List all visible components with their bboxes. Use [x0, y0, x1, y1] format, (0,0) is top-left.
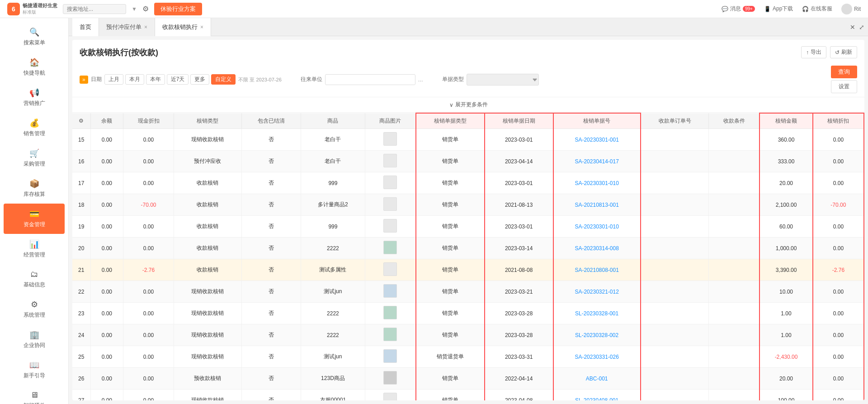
- cell-goods: 老白干: [301, 151, 365, 172]
- bill-no-link[interactable]: SA-20230314-008: [575, 245, 618, 252]
- sidebar-item-search[interactable]: 🔍搜索菜单: [0, 22, 68, 52]
- cell-goods-image: [365, 129, 415, 151]
- tab-prepay[interactable]: 预付冲应付单 ×: [99, 18, 155, 36]
- goods-image: [383, 219, 397, 233]
- cell-balance: 0.00: [90, 281, 123, 303]
- goods-image: [383, 262, 397, 276]
- sidebar-item-marketing[interactable]: 📢营销推广: [0, 82, 68, 113]
- sidebar-item-inventory[interactable]: 📦库存核算: [0, 173, 68, 204]
- th-write-off-discount: 核销折扣: [813, 113, 864, 129]
- bill-no-link[interactable]: SL-20230328-002: [575, 332, 618, 338]
- cell-cash-discount: 0.00: [123, 303, 174, 324]
- tab-collect[interactable]: 收款核销执行 ×: [155, 18, 211, 36]
- app-download-btn[interactable]: 📱 App下载: [764, 5, 793, 13]
- settings-icon[interactable]: ⚙: [142, 5, 149, 13]
- industry-btn[interactable]: 休验行业方案: [154, 3, 202, 15]
- table-row: 26 0.00 0.00 预收款核销 否 123D商品 销货单 2022-04-…: [72, 368, 864, 390]
- tab-prepay-close[interactable]: ×: [144, 24, 147, 30]
- cell-goods: 999: [301, 172, 365, 194]
- cell-write-off-bill-type: 销货单: [416, 390, 485, 401]
- expand-btn[interactable]: ∨ 展开更多条件: [72, 99, 864, 110]
- sidebar-label-base: 基础信息: [24, 281, 45, 289]
- export-btn[interactable]: ↑ 导出: [801, 46, 826, 58]
- user-btn[interactable]: Rit: [841, 4, 861, 14]
- filter-toggle-btn[interactable]: »: [80, 76, 88, 84]
- close-all-icon[interactable]: ✕: [850, 24, 855, 31]
- cell-write-off-discount: 0.00: [813, 281, 864, 303]
- bill-no-link[interactable]: SA-20230414-017: [575, 158, 618, 165]
- date-last-month[interactable]: 上月: [104, 74, 123, 85]
- user-name: Rit: [854, 6, 861, 12]
- cell-balance: 0.00: [90, 259, 123, 281]
- filter-settings-btn[interactable]: 设置: [831, 80, 857, 93]
- expand-icon[interactable]: ⤢: [859, 24, 864, 31]
- bill-no-link[interactable]: SA-20210813-001: [575, 202, 618, 208]
- date-this-month[interactable]: 本月: [125, 74, 144, 85]
- cell-write-off-bill-no: SL-20230408-001: [553, 390, 641, 401]
- cell-include-settled: 否: [242, 194, 301, 216]
- from-unit-input[interactable]: [325, 74, 415, 85]
- sidebar-item-system[interactable]: ⚙系统管理: [0, 294, 68, 324]
- operations-icon: 📊: [29, 239, 39, 249]
- cell-write-off-bill-no: SA-20230414-017: [553, 151, 641, 172]
- cell-write-off-bill-date: 2022-04-14: [485, 368, 553, 390]
- date-more[interactable]: 更多: [190, 74, 209, 85]
- date-7days[interactable]: 近7天: [167, 74, 189, 85]
- query-btn[interactable]: 查询: [831, 66, 857, 78]
- date-this-year[interactable]: 本年: [146, 74, 165, 85]
- refresh-btn[interactable]: ↺ 刷新: [830, 46, 857, 58]
- tab-home[interactable]: 首页: [72, 18, 99, 36]
- cell-receipt-condition: [709, 172, 760, 194]
- bill-no-link[interactable]: SA-20230301-010: [575, 180, 618, 186]
- bill-no-link[interactable]: SA-20230331-026: [575, 354, 618, 360]
- sidebar-item-purchase[interactable]: 🛒采购管理: [0, 143, 68, 173]
- cell-write-off-bill-date: 2023-03-21: [485, 281, 553, 303]
- purchase-icon: 🛒: [29, 148, 39, 158]
- date-custom[interactable]: 自定义: [211, 74, 236, 85]
- cell-type: 现销收款核销: [174, 281, 241, 303]
- cell-goods: 123D商品: [301, 368, 365, 390]
- table-row: 19 0.00 0.00 收款核销 否 999 销货单 2023-03-01 S…: [72, 216, 864, 238]
- table-row: 27 0.00 0.00 现销收款核销 否 衣服00001 销货单 2023-0…: [72, 390, 864, 401]
- sidebar-item-finance[interactable]: 💳资金管理: [4, 204, 65, 234]
- cell-write-off-discount: 0.00: [813, 129, 864, 151]
- cell-include-settled: 否: [242, 390, 301, 401]
- search-input[interactable]: [63, 4, 126, 14]
- cell-cash-discount: 0.00: [123, 238, 174, 259]
- sidebar-item-corp[interactable]: 🏢企业协同: [0, 324, 68, 355]
- cell-write-off-bill-no: SA-20230314-008: [553, 238, 641, 259]
- cell-balance: 0.00: [90, 346, 123, 368]
- goods-image: [383, 132, 397, 146]
- bill-no-link[interactable]: ABC-001: [586, 375, 608, 382]
- bill-no-link[interactable]: SL-20230328-001: [575, 310, 618, 317]
- notice-btn[interactable]: 💬 消息 99+: [722, 5, 755, 13]
- cell-write-off-bill-type: 销货单: [416, 324, 485, 346]
- tab-actions: ✕ ⤢: [850, 24, 864, 31]
- th-settings[interactable]: ⚙: [72, 113, 90, 129]
- bill-no-link[interactable]: SL-20230408-001: [575, 397, 618, 401]
- cell-receipt-condition: [709, 194, 760, 216]
- bill-no-link[interactable]: SA-20230301-010: [575, 223, 618, 230]
- receipt-type-select[interactable]: [467, 74, 539, 86]
- cell-write-off-bill-no: SL-20230328-002: [553, 324, 641, 346]
- goods-image: [383, 241, 397, 254]
- sidebar-item-hardware[interactable]: 🖥智能硬件: [0, 385, 68, 404]
- bill-no-link[interactable]: SA-20230301-001: [575, 137, 618, 143]
- cell-receipt-order-no: [641, 390, 709, 401]
- bill-no-link[interactable]: SA-20210808-001: [575, 267, 618, 273]
- table-container[interactable]: ⚙ 余额 现金折扣 核销类型 包含已结清 商品 商品图片 核销单据类型 核销单据…: [72, 113, 864, 400]
- tab-collect-close[interactable]: ×: [200, 24, 203, 30]
- tab-prepay-label: 预付冲应付单: [106, 23, 142, 31]
- sidebar-item-base[interactable]: 🗂基础信息: [0, 264, 68, 294]
- cell-receipt-condition: [709, 129, 760, 151]
- refresh-icon: ↺: [835, 49, 840, 56]
- sidebar-item-sales[interactable]: 💰销售管理: [0, 113, 68, 143]
- sidebar-item-operations[interactable]: 📊经营管理: [0, 234, 68, 264]
- page-header: 收款核销执行(按收款) ↑ 导出 ↺ 刷新: [72, 40, 864, 62]
- bill-no-link[interactable]: SA-20230321-012: [575, 289, 618, 295]
- sidebar-item-guide[interactable]: 📖新手引导: [0, 355, 68, 385]
- cell-row-num: 18: [72, 194, 90, 216]
- settings-table-icon: ⚙: [79, 118, 84, 124]
- sidebar-item-quick-nav[interactable]: 🏠快捷导航: [0, 52, 68, 82]
- service-btn[interactable]: 🎧 在线客服: [802, 5, 832, 13]
